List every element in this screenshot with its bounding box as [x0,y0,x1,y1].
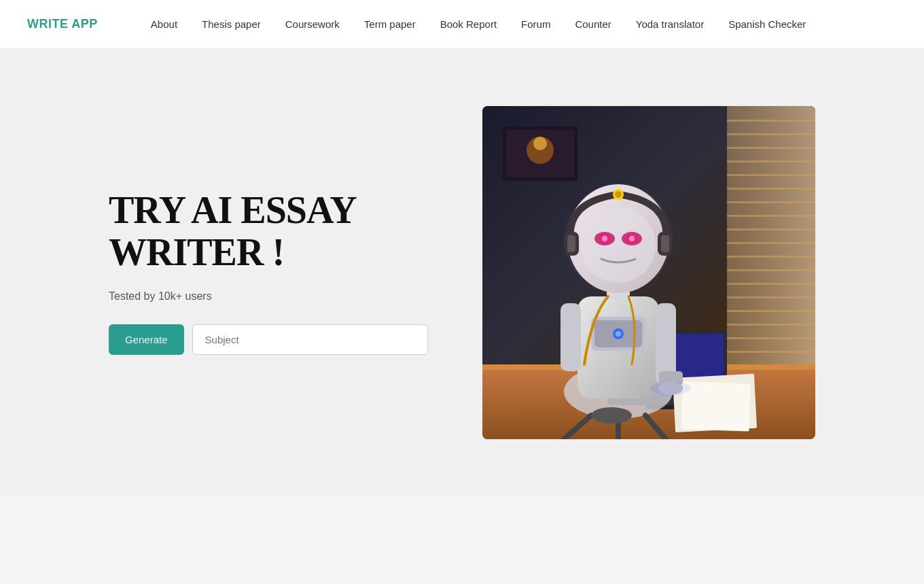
subject-input[interactable] [192,324,428,355]
svg-rect-14 [727,269,815,271]
svg-rect-17 [727,310,815,312]
nav-link-counter[interactable]: Counter [563,0,623,49]
nav-link-spanish[interactable]: Spanish Checker [716,0,818,49]
nav-link-termpaper[interactable]: Term paper [352,0,428,49]
nav-links: About Thesis paper Coursework Term paper… [139,0,819,49]
nav-link-thesis[interactable]: Thesis paper [190,0,273,49]
svg-point-30 [533,137,547,150]
nav-item-forum[interactable]: Forum [509,0,563,49]
hero-robot-image [482,106,815,439]
nav-link-bookreport[interactable]: Book Report [428,0,509,49]
hero-section: TRY AI ESSAY WRITER ! Tested by 10k+ use… [0,49,924,496]
nav-item-spanish[interactable]: Spanish Checker [716,0,818,49]
svg-rect-49 [561,303,581,371]
svg-rect-13 [727,256,815,258]
svg-rect-8 [727,188,815,190]
svg-rect-20 [727,351,815,353]
svg-rect-3 [727,120,815,122]
nav-item-bookreport[interactable]: Book Report [428,0,509,49]
svg-rect-6 [727,160,815,162]
svg-rect-7 [727,174,815,176]
svg-rect-12 [727,242,815,244]
nav-item-about[interactable]: About [139,0,190,49]
svg-rect-11 [727,228,815,230]
svg-rect-39 [681,381,751,431]
svg-rect-5 [727,147,815,149]
svg-point-69 [564,184,673,293]
nav-item-counter[interactable]: Counter [563,0,623,49]
svg-rect-9 [727,201,815,203]
svg-point-70 [650,381,691,395]
nav-link-forum[interactable]: Forum [509,0,563,49]
navbar: WRITE APP About Thesis paper Coursework … [0,0,924,49]
svg-rect-10 [727,215,815,217]
nav-item-thesis[interactable]: Thesis paper [190,0,273,49]
svg-point-68 [591,407,632,424]
svg-rect-19 [727,337,815,339]
brand-logo[interactable]: WRITE APP [27,17,98,31]
nav-item-coursework[interactable]: Coursework [273,0,352,49]
hero-subtitle: Tested by 10k+ users [109,290,428,303]
svg-point-45 [616,331,621,337]
svg-rect-4 [727,133,815,135]
nav-link-coursework[interactable]: Coursework [273,0,352,49]
hero-form: Generate [109,324,428,355]
svg-rect-18 [727,324,815,326]
nav-item-yoda[interactable]: Yoda translator [624,0,716,49]
svg-rect-15 [727,283,815,285]
nav-link-yoda[interactable]: Yoda translator [624,0,716,49]
bottom-section [0,496,924,584]
hero-content: TRY AI ESSAY WRITER ! Tested by 10k+ use… [109,190,428,354]
nav-link-about[interactable]: About [139,0,190,49]
nav-item-termpaper[interactable]: Term paper [352,0,428,49]
generate-button[interactable]: Generate [109,324,184,355]
svg-rect-16 [727,296,815,298]
robot-illustration [482,106,815,439]
hero-title: TRY AI ESSAY WRITER ! [109,190,428,273]
